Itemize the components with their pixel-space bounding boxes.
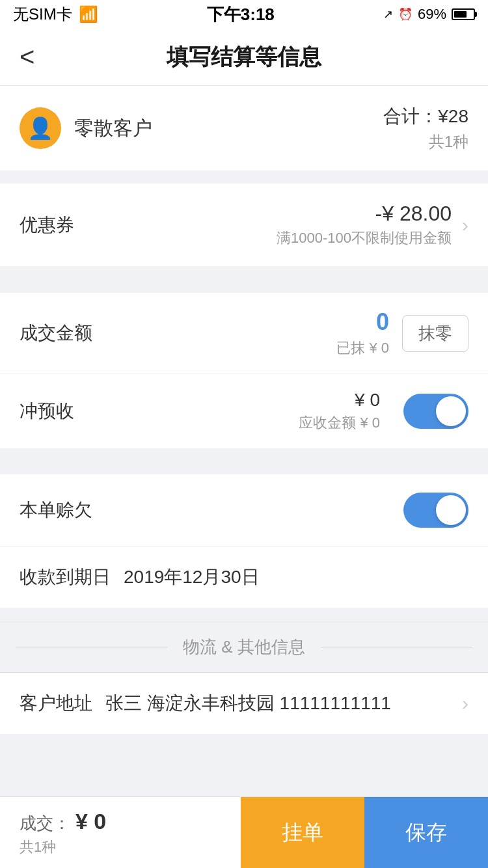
bottom-info-wrap: 成交： ¥ 0 共1种	[20, 809, 221, 857]
coupon-value-block: -¥ 28.00 满1000-100不限制使用金额	[277, 202, 452, 248]
address-label: 客户地址	[20, 691, 92, 716]
section-line-left	[16, 647, 167, 647]
prepay-toggle[interactable]	[403, 394, 468, 429]
credit-row: 本单赊欠	[0, 474, 488, 546]
prepay-values: ¥ 0 应收金额 ¥ 0	[299, 390, 380, 433]
customer-row: 👤 零散客户 合计：¥28 共1种	[0, 86, 488, 170]
page-title: 填写结算等信息	[167, 42, 321, 72]
back-button[interactable]: <	[20, 36, 41, 78]
bottom-deal-row: 成交： ¥ 0	[20, 809, 221, 835]
hold-button-label: 挂单	[282, 819, 323, 847]
coupon-sub: 满1000-100不限制使用金额	[277, 228, 452, 248]
credit-toggle-thumb	[436, 495, 466, 525]
content-area: 👤 零散客户 合计：¥28 共1种 优惠券 -¥ 28.00 满1000-100…	[0, 86, 488, 868]
save-button-label: 保存	[405, 819, 447, 847]
save-button[interactable]: 保存	[364, 797, 488, 869]
alarm-icon: ⏰	[398, 7, 413, 21]
address-row[interactable]: 客户地址 张三 海淀永丰科技园 11111111111 ›	[0, 673, 488, 734]
customer-right: 合计：¥28 共1种	[383, 104, 468, 152]
bottom-bar: 成交： ¥ 0 共1种 挂单 保存	[0, 796, 488, 868]
bottom-count: 共1种	[20, 837, 221, 857]
credit-toggle[interactable]	[403, 493, 468, 528]
status-time: 下午3:18	[207, 3, 275, 26]
coupon-card: 优惠券 -¥ 28.00 满1000-100不限制使用金额 ›	[0, 183, 488, 266]
section-divider-1	[0, 279, 488, 292]
deal-amount-row: 成交金额 0 已抹 ¥ 0 抹零	[0, 292, 488, 373]
prepay-amount: ¥ 0	[299, 390, 380, 411]
prepay-row: 冲预收 ¥ 0 应收金额 ¥ 0	[0, 373, 488, 448]
avatar: 👤	[20, 107, 61, 149]
coupon-right: -¥ 28.00 满1000-100不限制使用金额 ›	[74, 202, 468, 248]
section-line-right	[321, 647, 472, 647]
avatar-icon: 👤	[27, 116, 53, 141]
address-chevron-icon: ›	[462, 692, 468, 714]
due-date-row: 收款到期日 2019年12月30日	[0, 546, 488, 608]
customer-left: 👤 零散客户	[20, 107, 152, 149]
carrier-text: 无SIM卡	[13, 4, 72, 25]
deal-amount-sub: 已抹 ¥ 0	[336, 338, 389, 358]
deal-amount-card: 成交金额 0 已抹 ¥ 0 抹零 冲预收 ¥ 0 应收金额 ¥ 0	[0, 292, 488, 448]
customer-card: 👤 零散客户 合计：¥28 共1种	[0, 86, 488, 170]
prepay-receivable: 应收金额 ¥ 0	[299, 413, 380, 433]
total-count: 共1种	[383, 131, 468, 152]
credit-label: 本单赊欠	[20, 498, 92, 522]
bottom-deal-amount: ¥ 0	[75, 809, 106, 834]
wifi-icon: 📶	[79, 5, 98, 23]
coupon-label: 优惠券	[20, 213, 74, 237]
bottom-info: 成交： ¥ 0 共1种	[0, 809, 241, 857]
address-card: 客户地址 张三 海淀永丰科技园 11111111111 ›	[0, 673, 488, 734]
status-right: ↗ ⏰ 69%	[383, 6, 475, 23]
nav-bar: < 填写结算等信息	[0, 29, 488, 86]
section-divider-2	[0, 461, 488, 474]
round-off-button[interactable]: 抹零	[402, 315, 468, 352]
battery-icon	[452, 8, 475, 20]
hold-button[interactable]: 挂单	[241, 797, 364, 869]
coupon-row[interactable]: 优惠券 -¥ 28.00 满1000-100不限制使用金额 ›	[0, 183, 488, 266]
customer-name: 零散客户	[74, 115, 152, 142]
credit-card: 本单赊欠 收款到期日 2019年12月30日	[0, 474, 488, 608]
address-value: 张三 海淀永丰科技园 11111111111	[105, 691, 449, 716]
logistics-label: 物流 & 其他信息	[183, 636, 305, 658]
status-bar: 无SIM卡 📶 下午3:18 ↗ ⏰ 69%	[0, 0, 488, 29]
deal-amount-label: 成交金额	[20, 321, 92, 346]
prepay-label: 冲预收	[20, 399, 74, 424]
deal-amount-value: 0	[376, 308, 389, 335]
logistics-section-header: 物流 & 其他信息	[0, 621, 488, 673]
coupon-discount: -¥ 28.00	[277, 202, 452, 226]
total-amount: 合计：¥28	[383, 104, 468, 129]
due-date-value: 2019年12月30日	[124, 565, 260, 590]
due-date-label: 收款到期日	[20, 565, 111, 590]
status-left: 无SIM卡 📶	[13, 4, 98, 25]
bottom-deal-label: 成交：	[20, 812, 70, 835]
toggle-thumb	[436, 396, 466, 426]
location-icon: ↗	[383, 7, 393, 21]
battery-percent: 69%	[418, 6, 446, 23]
chevron-right-icon: ›	[462, 214, 468, 236]
